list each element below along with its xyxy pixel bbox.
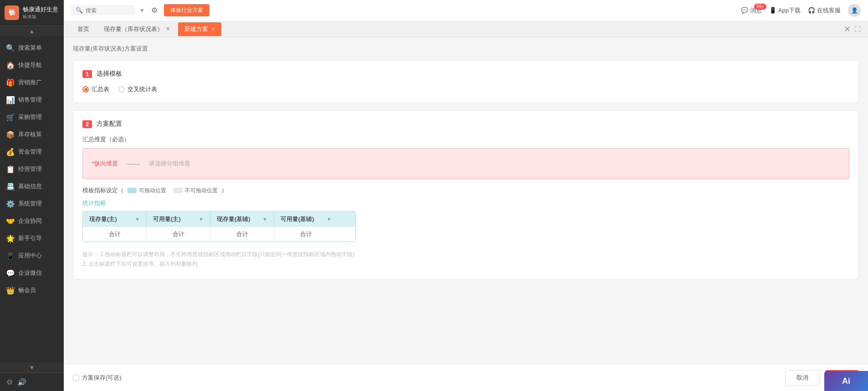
app-logo-icon: 畅 [5, 5, 19, 20]
stats-body-0: 合计 [83, 227, 147, 242]
stats-col-0[interactable]: 现存量(主) ▼ [83, 211, 147, 227]
section2-num: 2 [82, 120, 92, 128]
enterprise-icon: 🤝 [6, 217, 15, 225]
topbar-right: 💬 消息 99+ 📱 App下载 🎧 在线客服 👤 [741, 4, 861, 17]
sidebar-item-quick-nav[interactable]: 🏠 快捷导航 [0, 57, 64, 74]
sidebar-item-newbie[interactable]: 🌟 新手引导 [0, 230, 64, 247]
sidebar-item-label: 新手引导 [18, 234, 42, 242]
sidebar-item-label: 营销推广 [18, 78, 42, 87]
save-checkbox-box[interactable] [73, 375, 79, 381]
sidebar-scroll-down[interactable]: ▼ [0, 362, 64, 373]
sidebar-item-label: 快捷导航 [18, 61, 42, 69]
sidebar-item-purchase[interactable]: 🛒 采购管理 [0, 108, 64, 126]
marketing-icon: 🎁 [6, 78, 15, 87]
legend-drag-label: 可拖动位置 [139, 187, 166, 195]
sidebar-item-basic-info[interactable]: 📇 基础信息 [0, 178, 64, 195]
wechat-icon: 💬 [6, 269, 15, 277]
save-checkbox[interactable]: 方案保存(可选) [73, 374, 122, 382]
sidebar-item-marketing[interactable]: 🎁 营销推广 [0, 74, 64, 91]
stats-col-3-chevron[interactable]: ▼ [327, 216, 332, 222]
legend-drag-box [128, 188, 137, 193]
stats-title: 统计指标 [82, 199, 849, 207]
online-service-btn[interactable]: 🎧 在线客服 [808, 6, 841, 15]
appstore-icon: 📱 [6, 252, 15, 260]
section2-card: 2 方案配置 汇总维度（必选） *纵向维度 —— 请选择分组维度 模板指标设定（… [73, 110, 859, 279]
footer-bar: 方案保存(可选) 取消 查询 [64, 364, 868, 391]
tabbar-close-icon[interactable]: ✕ [844, 24, 851, 34]
topbar-chevron-icon[interactable]: ▼ [139, 7, 145, 14]
stats-body-3: 合计 [274, 227, 338, 242]
tab-home[interactable]: 首页 [71, 22, 96, 36]
sidebar-item-operations[interactable]: 📋 经营管理 [0, 160, 64, 178]
stats-col-2-chevron[interactable]: ▼ [262, 216, 267, 222]
sidebar-scroll-up[interactable]: ▲ [0, 26, 64, 36]
sidebar-item-inventory[interactable]: 📦 库存核算 [0, 126, 64, 143]
dimension-required-text: *纵向维度 [92, 159, 118, 168]
stats-body-2: 合计 [210, 227, 274, 242]
stats-col-1[interactable]: 可用量(主) ▼ [147, 211, 210, 227]
sidebar-item-enterprise[interactable]: 🤝 企业协同 [0, 212, 64, 230]
tab-inventory-status[interactable]: 现存量（库存状况表） ✕ [97, 22, 176, 36]
stats-table: 现存量(主) ▼ 可用量(主) ▼ 现存量(基辅) ▼ 可用量(基辅) ▼ [82, 211, 356, 242]
sidebar-item-wechat[interactable]: 💬 企业微信 [0, 264, 64, 282]
tab-home-label: 首页 [77, 25, 89, 33]
stats-col-0-chevron[interactable]: ▼ [135, 216, 140, 222]
sidebar-item-vip[interactable]: 👑 畅会员 [0, 282, 64, 299]
legend-drag: 可拖动位置 [128, 187, 166, 195]
sidebar-item-label: 库存核算 [18, 130, 42, 139]
sound-bottom-icon[interactable]: 🔊 [17, 378, 26, 386]
tab-new-plan-close[interactable]: ✕ [211, 26, 215, 32]
legend-nodrag: 不可拖动位置 [174, 187, 218, 195]
sidebar-bottom: ⚙ 🔊 [0, 373, 64, 391]
sidebar-item-label: 企业微信 [18, 269, 42, 277]
stats-col-1-chevron[interactable]: ▼ [199, 216, 204, 222]
main-area: 🔍 ▼ ⚙ 体验行业方案 💬 消息 99+ 📱 App下载 🎧 在线客服 👤 [64, 0, 868, 391]
sidebar-item-label: 企业协同 [18, 217, 42, 225]
sidebar-item-label: 畅会员 [18, 286, 36, 294]
tabbar-expand-icon[interactable]: ⛶ [854, 26, 861, 33]
sidebar-item-finance[interactable]: 💰 资金管理 [0, 143, 64, 160]
topbar-search-box[interactable]: 🔍 [71, 5, 135, 15]
radio-summary[interactable]: 汇总表 [82, 85, 109, 93]
dimension-box: *纵向维度 —— 请选择分组维度 [82, 148, 849, 179]
radio-cross[interactable]: 交叉统计表 [118, 85, 157, 93]
radio-summary-circle [82, 86, 89, 93]
radio-cross-label: 交叉统计表 [128, 85, 157, 93]
sidebar-item-label: 资金管理 [18, 148, 42, 156]
indicator-label-row: 模板指标设定（ 可拖动位置 不可拖动位置 ） [82, 186, 849, 195]
inventory-icon: 📦 [6, 130, 15, 139]
topbar-settings-icon[interactable]: ⚙ [151, 6, 158, 15]
search-icon: 🔍 [76, 7, 83, 14]
stats-col-3[interactable]: 可用量(基辅) ▼ [274, 211, 338, 227]
legend-nodrag-label: 不可拖动位置 [185, 187, 218, 195]
message-btn[interactable]: 💬 消息 99+ [741, 6, 762, 15]
tab-new-plan[interactable]: 新建方案 ✕ [178, 22, 221, 36]
sidebar-item-label: 销售管理 [18, 96, 42, 104]
section1-title: 选择模板 [97, 70, 122, 78]
sales-icon: 📊 [6, 96, 15, 104]
save-checkbox-label: 方案保存(可选) [82, 374, 122, 382]
settings-bottom-icon[interactable]: ⚙ [6, 378, 13, 386]
sidebar-item-search-menu[interactable]: 🔍 搜索菜单 [0, 39, 64, 57]
dimension-placeholder[interactable]: 请选择分组维度 [149, 159, 190, 168]
user-avatar[interactable]: 👤 [848, 4, 861, 17]
sidebar-item-appstore[interactable]: 📱 应用中心 [0, 247, 64, 264]
quick-nav-icon: 🏠 [6, 61, 15, 69]
app-download-btn[interactable]: 📱 App下载 [769, 6, 801, 15]
stats-col-2[interactable]: 现存量(基辅) ▼ [210, 211, 274, 227]
section1-num: 1 [82, 70, 92, 78]
cancel-button[interactable]: 取消 [785, 370, 820, 386]
section2-header: 2 方案配置 [82, 120, 849, 128]
tab-inventory-status-close[interactable]: ✕ [166, 26, 170, 32]
vip-icon: 👑 [6, 286, 15, 294]
ai-badge[interactable]: Ai [824, 371, 868, 391]
content-area: 现存量(库存状况表)方案设置 1 选择模板 汇总表 交叉统计表 2 [64, 37, 868, 364]
radio-summary-label: 汇总表 [92, 85, 109, 93]
search-input[interactable] [86, 7, 127, 14]
stats-table-body: 合计 合计 合计 合计 [83, 227, 355, 242]
sidebar-item-system[interactable]: ⚙️ 系统管理 [0, 195, 64, 212]
sidebar-item-sales[interactable]: 📊 销售管理 [0, 91, 64, 108]
sidebar-item-label: 经营管理 [18, 165, 42, 173]
stats-col-2-name: 现存量(基辅) [217, 215, 250, 223]
trial-btn[interactable]: 体验行业方案 [164, 4, 209, 16]
